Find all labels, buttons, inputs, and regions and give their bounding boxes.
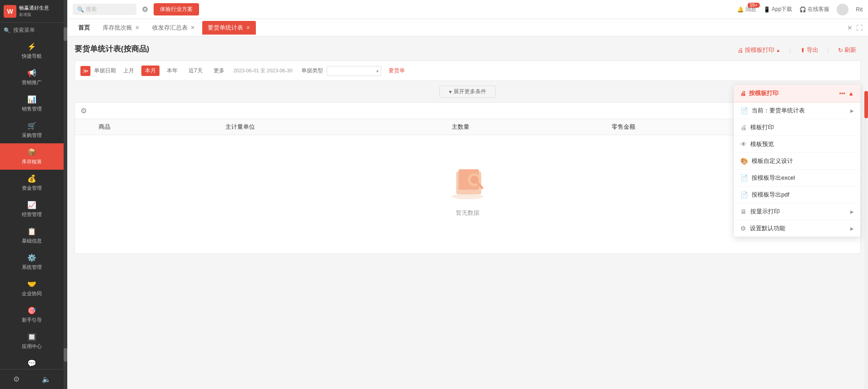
sidebar-item-label: 基础信息 [22, 237, 42, 244]
refresh-button[interactable]: ↻ 刷新 [833, 44, 861, 56]
dropdown-more-icon[interactable]: ••• [839, 90, 845, 97]
print-dropdown-panel: 🖨 按模板打印 ••• ▲ 📄 当前：要货单统计表 ▶ 🖨 模板打印 [733, 84, 861, 237]
tab-order-stats[interactable]: 要货单统计表 ✕ [202, 21, 256, 35]
guide-icon: 🎯 [27, 306, 36, 315]
dropdown-collapse-icon[interactable]: ▲ [848, 90, 854, 97]
dropdown-template-preview[interactable]: 👁 模板预览 [734, 136, 860, 153]
dropdown-export-pdf[interactable]: 📄 按模板导出pdf [734, 187, 860, 203]
current-template-chevron: ▶ [850, 108, 854, 113]
filter-date-more[interactable]: 更多 [210, 66, 228, 76]
filter-type-select-wrap[interactable] [327, 66, 381, 76]
sidebar-item-collab[interactable]: 🤝 企业协同 [0, 275, 64, 302]
topbar-search-icon: 🔍 [77, 6, 84, 13]
tab-order-stats-label: 要货单统计表 [208, 24, 243, 32]
dropdown-export-excel[interactable]: 📄 按模板导出excel [734, 170, 860, 187]
sidebar-scrollbar-thumb-bottom [64, 348, 67, 362]
tabs-right-controls: ✕ ⛶ [847, 24, 863, 31]
dropdown-template-design[interactable]: 🎨 模板自定义设计 [734, 153, 860, 170]
table-settings-icon[interactable]: ⚙ [80, 106, 87, 115]
filter-date-this-year[interactable]: 本年 [163, 66, 181, 76]
online-service-item[interactable]: 🎧 在线客服 [799, 5, 829, 13]
trial-button[interactable]: 体验行业方案 [154, 3, 199, 15]
sidebar-scrollbar-thumb [64, 27, 67, 41]
tab-receipt-summary[interactable]: 收发存汇总表 ✕ [147, 21, 200, 35]
top-action-row: 🖨 按模板打印 ▲ | ⬆ 导出 | ↻ 刷新 [733, 44, 861, 56]
sidebar-bottom: ⚙ 🔈 [0, 369, 64, 389]
purchase-icon: 🛒 [27, 121, 36, 130]
sidebar-scrollbar[interactable] [64, 0, 67, 389]
dropdown-export-pdf-icon: 📄 [740, 191, 748, 198]
sidebar-item-sales[interactable]: 📊 销售管理 [0, 91, 64, 117]
empty-text: 暂无数据 [456, 209, 479, 217]
display-print-icon: 🖥 [740, 208, 747, 215]
print-button[interactable]: 🖨 按模板打印 ▲ [733, 44, 785, 56]
tab-receipt-summary-close-icon[interactable]: ✕ [190, 25, 195, 31]
sidebar-search-label: 搜索菜单 [13, 26, 35, 34]
filter-date-this-month[interactable]: 本月 [141, 66, 160, 76]
app-download-item[interactable]: 📱 App下载 [763, 5, 792, 13]
current-template-label: 当前：要货单统计表 [752, 106, 805, 115]
sidebar-search[interactable]: 🔍 搜索菜单 [0, 23, 64, 38]
right-scrollbar[interactable] [864, 91, 868, 389]
tab-expand-icon[interactable]: ⛶ [856, 24, 863, 31]
export-icon: ⬆ [800, 47, 805, 54]
dropdown-set-default[interactable]: ⚙ 设置默认功能 ▶ [734, 220, 860, 237]
topbar-settings-icon[interactable]: ⚙ [142, 5, 148, 14]
tab-order-stats-close-icon[interactable]: ✕ [246, 25, 250, 31]
tab-close-window-icon[interactable]: ✕ [847, 24, 853, 31]
filter-bar: ≫ 单据日期 上月 本月 本年 近7天 更多 2023-06-01 至 2023… [75, 61, 861, 81]
sidebar-item-apps[interactable]: 🔲 应用中心 [0, 328, 64, 354]
sidebar-item-operation[interactable]: 📈 经营管理 [0, 196, 64, 222]
headset-icon: 🎧 [799, 6, 806, 13]
sidebar-item-marketing[interactable]: 📢 营销推广 [0, 64, 64, 91]
sidebar-nav: ⚡ 快捷导航 📢 营销推广 📊 销售管理 🛒 采购管理 📦 库存核算 💰 资金管… [0, 38, 64, 369]
filter-date-7days[interactable]: 近7天 [185, 66, 206, 76]
notifications-item[interactable]: 🔔 消息 99+ [737, 5, 756, 13]
tab-batch-account-close-icon[interactable]: ✕ [135, 25, 140, 31]
sidebar-item-guide[interactable]: 🎯 新手引导 [0, 302, 64, 328]
settings-bottom-icon[interactable]: ⚙ [11, 373, 21, 385]
sidebar-item-label: 快捷导航 [22, 53, 42, 60]
sidebar-item-finance[interactable]: 💰 资金管理 [0, 170, 64, 196]
dropdown-export-excel-label: 按模板导出excel [752, 174, 795, 182]
filter-type-label: 单据类型 [301, 67, 323, 75]
app-download-label: App下载 [772, 5, 792, 13]
sidebar-item-quicknav[interactable]: ⚡ 快捷导航 [0, 38, 64, 64]
dropdown-template-print[interactable]: 🖨 模板打印 [734, 119, 860, 136]
speaker-bottom-icon[interactable]: 🔈 [40, 373, 53, 385]
filter-type-select[interactable] [327, 66, 381, 76]
topbar-search-text: 搜索 [86, 5, 97, 13]
sidebar-item-label: 库存核算 [22, 158, 42, 165]
topbar: 🔍 搜索 ⚙ 体验行业方案 🔔 消息 99+ 📱 App下载 🎧 在线客服 Ri… [67, 0, 868, 19]
tab-batch-account[interactable]: 库存批次账 ✕ [97, 21, 145, 35]
dropdown-display-print[interactable]: 🖥 按显示打印 ▶ [734, 203, 860, 220]
filter-more-label: 要货单 [389, 67, 405, 75]
app-logo-icon: W [4, 5, 16, 18]
collab-icon: 🤝 [27, 280, 36, 288]
sidebar-item-inventory[interactable]: 📦 库存核算 [0, 143, 64, 170]
right-scrollbar-thumb [864, 91, 868, 118]
system-icon: ⚙️ [27, 253, 36, 262]
sidebar-item-system[interactable]: ⚙️ 系统管理 [0, 249, 64, 275]
marketing-icon: 📢 [27, 69, 36, 77]
apps-icon: 🔲 [27, 333, 36, 341]
export-button[interactable]: ⬆ 导出 [796, 44, 823, 56]
empty-illustration [445, 162, 490, 203]
filter-expand-icon-btn[interactable]: ≫ [80, 66, 90, 76]
dropdown-header: 🖨 按模板打印 ••• ▲ [734, 85, 860, 102]
sidebar-item-basic[interactable]: 📋 基础信息 [0, 222, 64, 249]
expand-more-btn[interactable]: ▾ 展开更多条件 [439, 86, 496, 98]
sidebar-item-wechat[interactable]: 💬 企业微信 [0, 354, 64, 369]
col-product: 商品 [93, 119, 220, 135]
quicknav-icon: ⚡ [27, 42, 36, 51]
sidebar-item-label: 系统管理 [22, 264, 42, 271]
app-name: 畅赢通好生意 [19, 5, 49, 11]
filter-date-last-month[interactable]: 上月 [120, 66, 138, 76]
user-avatar[interactable] [837, 4, 848, 15]
dropdown-current-template[interactable]: 📄 当前：要货单统计表 ▶ [734, 102, 860, 119]
finance-icon: 💰 [27, 174, 36, 183]
sidebar-item-purchase[interactable]: 🛒 采购管理 [0, 117, 64, 143]
sidebar-item-label: 新手引导 [22, 317, 42, 323]
tab-home[interactable]: 首页 [73, 21, 95, 35]
topbar-search-box[interactable]: 🔍 搜索 [73, 4, 136, 15]
